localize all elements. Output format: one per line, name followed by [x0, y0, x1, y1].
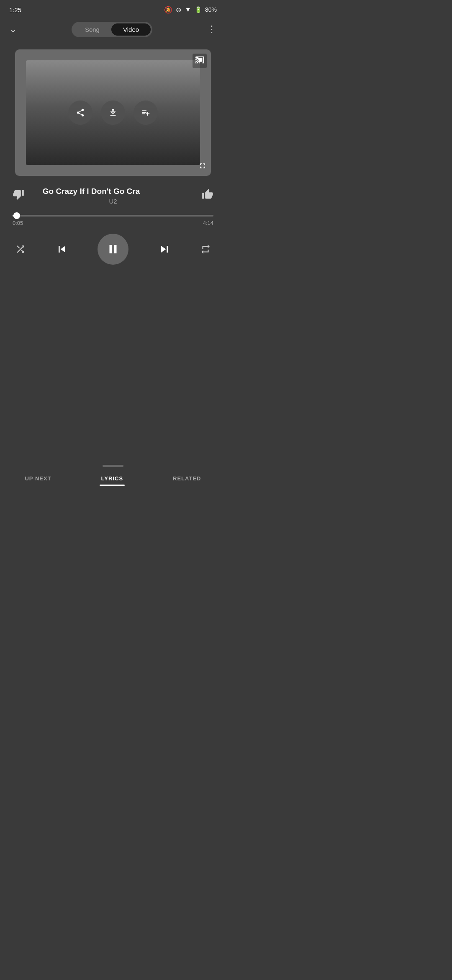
status-bar: 1:25 🔕 ⊖ ▼ 🔋 80% [0, 0, 226, 18]
thumbs-up-button[interactable] [202, 188, 213, 203]
playback-controls [0, 226, 226, 272]
more-options-button[interactable]: ⋮ [207, 24, 217, 35]
battery-icon: 🔋 [195, 6, 202, 13]
view-toggle[interactable]: Song Video [72, 22, 152, 37]
tab-row: UP NEXT LYRICS RELATED [0, 469, 226, 490]
pause-button[interactable] [98, 234, 128, 265]
progress-area[interactable]: 0:05 4:14 [0, 209, 226, 226]
shuffle-button[interactable] [15, 244, 26, 255]
status-icons: 🔕 ⊖ ▼ 🔋 80% [164, 6, 217, 14]
previous-button[interactable] [55, 242, 69, 256]
top-nav: ⌄ Song Video ⋮ [0, 18, 226, 41]
drag-handle-bar [103, 465, 123, 467]
tab-lyrics[interactable]: LYRICS [93, 473, 131, 484]
thumbs-down-button[interactable] [13, 188, 24, 203]
song-info: Go Crazy If I Don't Go Cra U2 [0, 183, 226, 209]
wifi-icon: ▼ [185, 6, 191, 13]
tab-related[interactable]: RELATED [164, 473, 209, 484]
tab-up-next[interactable]: UP NEXT [16, 473, 59, 484]
battery-percent: 80% [205, 6, 217, 13]
cast-button[interactable] [193, 54, 207, 68]
total-time: 4:14 [203, 220, 213, 226]
notification-mute-icon: 🔕 [164, 6, 172, 14]
dnd-icon: ⊖ [176, 6, 181, 14]
repeat-button[interactable] [200, 244, 211, 255]
song-artist: U2 [24, 198, 202, 205]
next-button[interactable] [158, 242, 171, 256]
bottom-tabs: UP NEXT LYRICS RELATED [0, 461, 226, 490]
song-title-block: Go Crazy If I Don't Go Cra U2 [24, 187, 202, 205]
progress-times: 0:05 4:14 [13, 220, 213, 226]
download-button[interactable] [101, 101, 125, 125]
action-buttons-overlay [68, 101, 158, 125]
collapse-button[interactable]: ⌄ [9, 24, 17, 35]
share-button[interactable] [68, 101, 92, 125]
status-time: 1:25 [9, 6, 21, 13]
toggle-song-btn[interactable]: Song [73, 23, 111, 36]
song-title: Go Crazy If I Don't Go Cra [24, 187, 158, 196]
current-time: 0:05 [13, 220, 23, 226]
progress-thumb[interactable] [13, 212, 20, 219]
drag-handle[interactable] [0, 461, 226, 469]
add-to-queue-button[interactable] [134, 101, 158, 125]
toggle-video-btn[interactable]: Video [111, 23, 151, 36]
fullscreen-button[interactable] [198, 162, 207, 172]
album-art-area [15, 49, 211, 176]
progress-bar[interactable] [13, 215, 213, 217]
